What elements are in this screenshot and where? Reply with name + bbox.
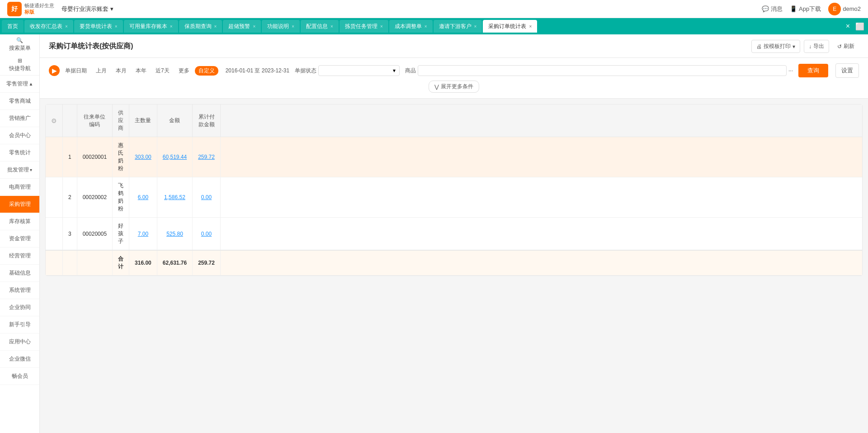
close-icon[interactable]: × <box>65 24 68 29</box>
close-icon[interactable]: × <box>292 24 294 29</box>
date-btn-this-month[interactable]: 本月 <box>112 66 130 76</box>
close-all-tabs-button[interactable]: × <box>844 21 852 31</box>
row-supplier-code: 00020001 <box>77 137 112 177</box>
table-row[interactable]: 3 00020005 好孩子 7.00 525.80 0.00 <box>46 218 862 251</box>
table-row[interactable]: 1 00020001 惠氏奶粉 303.00 60,519.44 259.72 <box>46 137 862 177</box>
chevron-down-icon: ▾ <box>793 43 795 50</box>
export-icon: ↓ <box>809 43 811 50</box>
tab-采购订单统计表[interactable]: 采购订单统计表 × <box>483 20 537 33</box>
sidebar-item-inventory[interactable]: 库存核算 <box>0 213 39 230</box>
tab-拣货任务管理[interactable]: 拣货任务管理 × <box>340 20 388 33</box>
expand-more-button[interactable]: ⋁ 展开更多条件 <box>429 81 479 93</box>
close-icon[interactable]: × <box>380 24 383 29</box>
app-download-button[interactable]: 📱 App下载 <box>790 5 821 13</box>
close-icon[interactable]: × <box>474 24 477 29</box>
row-amount[interactable]: 1,586.52 <box>157 177 192 218</box>
product-more-button[interactable]: ··· <box>788 67 793 74</box>
company-selector[interactable]: 母婴行业演示账套 ▾ <box>58 3 117 15</box>
product-filter: 商品 ··· <box>405 65 793 76</box>
sidebar-item-retail-mgmt[interactable]: 零售管理 ▲ <box>0 76 39 93</box>
sidebar-item-retail-mall[interactable]: 零售商城 <box>0 93 39 110</box>
settings-button[interactable]: 设置 <box>835 63 859 78</box>
footer-code-col <box>77 250 112 276</box>
sidebar-item-member-center[interactable]: 会员中心 <box>0 127 39 144</box>
content-area: 采购订单统计表(按供应商) 🖨 按模板打印 ▾ ↓ 导出 ↺ 刷新 <box>40 34 868 433</box>
sidebar-item-ops-mgmt[interactable]: 经营管理 <box>0 247 39 265</box>
page-title: 采购订单统计表(按供应商) <box>49 42 133 56</box>
sidebar-quick-nav-button[interactable]: ⊞ 快捷导航 <box>0 55 39 76</box>
sidebar-item-basic-info[interactable]: 基础信息 <box>0 265 39 282</box>
top-bar-right: 💬 消息 📱 App下载 E demo2 <box>762 3 861 15</box>
search-icon: 🔍 <box>16 37 23 43</box>
sidebar-item-sys-mgmt[interactable]: 系统管理 <box>0 282 39 299</box>
sidebar-item-marketing[interactable]: 营销推广 <box>0 110 39 127</box>
row-supplier-name: 飞鹤奶粉 <box>113 177 129 218</box>
date-btn-7days[interactable]: 近7天 <box>152 66 173 76</box>
tab-要货单统计表[interactable]: 要货单统计表 × <box>74 20 123 33</box>
sidebar-search-button[interactable]: 🔍 搜索菜单 <box>0 34 39 55</box>
tab-保质期查询[interactable]: 保质期查询 × <box>179 20 222 33</box>
col-settings-header[interactable]: ⚙ <box>46 105 63 137</box>
refresh-button[interactable]: ↺ 刷新 <box>833 40 859 52</box>
sidebar-item-batch-mgmt[interactable]: 批发管理 ▾ <box>0 162 39 179</box>
message-button[interactable]: 💬 消息 <box>762 5 783 13</box>
status-select[interactable]: ▾ <box>318 65 400 76</box>
settings-icon[interactable]: ⚙ <box>51 117 57 124</box>
row-amount[interactable]: 525.80 <box>157 218 192 251</box>
tab-超储预警[interactable]: 超储预警 × <box>223 20 261 33</box>
tab-home[interactable]: 首页 <box>2 20 24 33</box>
tab-功能说明[interactable]: 功能说明 × <box>262 20 300 33</box>
tab-成本调整单[interactable]: 成本调整单 × <box>389 20 433 33</box>
page-header: 采购订单统计表(按供应商) 🖨 按模板打印 ▾ ↓ 导出 ↺ 刷新 <box>40 34 868 58</box>
row-paid-amount[interactable]: 0.00 <box>193 177 221 218</box>
restore-tabs-button[interactable]: ⬜ <box>854 21 866 32</box>
product-search-input[interactable] <box>418 65 787 76</box>
footer-label: 合计 <box>113 250 129 276</box>
close-icon[interactable]: × <box>425 24 427 29</box>
date-btn-this-year[interactable]: 本年 <box>132 66 150 76</box>
user-menu[interactable]: E demo2 <box>828 3 861 15</box>
date-btn-more[interactable]: 更多 <box>175 66 193 76</box>
row-quantity[interactable]: 7.00 <box>129 218 157 251</box>
sidebar-item-ecom-mgmt[interactable]: 电商管理 <box>0 179 39 196</box>
close-icon[interactable]: × <box>529 24 532 29</box>
tab-可用量库存账本[interactable]: 可用量库存账本 × <box>124 20 178 33</box>
row-extra <box>220 177 862 218</box>
sidebar-item-member[interactable]: 畅会员 <box>0 368 39 385</box>
close-icon[interactable]: × <box>253 24 255 29</box>
close-icon[interactable]: × <box>214 24 217 29</box>
sidebar-item-corp-wechat[interactable]: 企业微信 <box>0 351 39 368</box>
logo-icon: 好 <box>7 2 22 16</box>
chevron-down-icon: ▾ <box>393 67 396 74</box>
row-supplier-name: 惠氏奶粉 <box>113 137 129 177</box>
row-amount[interactable]: 60,519.44 <box>157 137 192 177</box>
close-icon[interactable]: × <box>170 24 173 29</box>
date-filter-label: 单据日期 <box>65 67 87 75</box>
table-row[interactable]: 2 00020002 飞鹤奶粉 6.00 1,586.52 0.00 <box>46 177 862 218</box>
date-btn-custom[interactable]: 自定义 <box>195 66 218 76</box>
close-icon[interactable]: × <box>115 24 118 29</box>
date-btn-last-month[interactable]: 上月 <box>92 66 110 76</box>
sidebar-item-finance[interactable]: 资金管理 <box>0 230 39 247</box>
tab-收发存汇总表[interactable]: 收发存汇总表 × <box>24 20 73 33</box>
col-amount-header: 金额 <box>157 105 192 137</box>
export-button[interactable]: ↓ 导出 <box>804 40 829 53</box>
row-paid-amount[interactable]: 0.00 <box>193 218 221 251</box>
data-table: ⚙ 往来单位编码 供应商 主数量 金额 累计付款金额 1 <box>46 105 862 276</box>
row-quantity[interactable]: 6.00 <box>129 177 157 218</box>
tab-配置信息[interactable]: 配置信息 × <box>301 20 339 33</box>
sidebar-item-retail-stats[interactable]: 零售统计 <box>0 144 39 162</box>
sidebar-item-purchase-mgmt[interactable]: 采购管理 <box>0 196 39 213</box>
page-actions: 🖨 按模板打印 ▾ ↓ 导出 ↺ 刷新 <box>751 40 859 57</box>
sidebar-item-enterprise[interactable]: 企业协同 <box>0 299 39 316</box>
col-extra-header <box>220 105 862 137</box>
sidebar-item-app-center[interactable]: 应用中心 <box>0 333 39 351</box>
filter-toggle-button[interactable]: ▶ <box>49 65 60 76</box>
row-quantity[interactable]: 303.00 <box>129 137 157 177</box>
query-button[interactable]: 查询 <box>798 64 828 77</box>
sidebar-item-new-guide[interactable]: 新手引导 <box>0 316 39 333</box>
close-icon[interactable]: × <box>330 24 333 29</box>
row-paid-amount[interactable]: 259.72 <box>193 137 221 177</box>
print-button[interactable]: 🖨 按模板打印 ▾ <box>751 40 800 53</box>
tab-邀请下游客户[interactable]: 邀请下游客户 × <box>434 20 482 33</box>
